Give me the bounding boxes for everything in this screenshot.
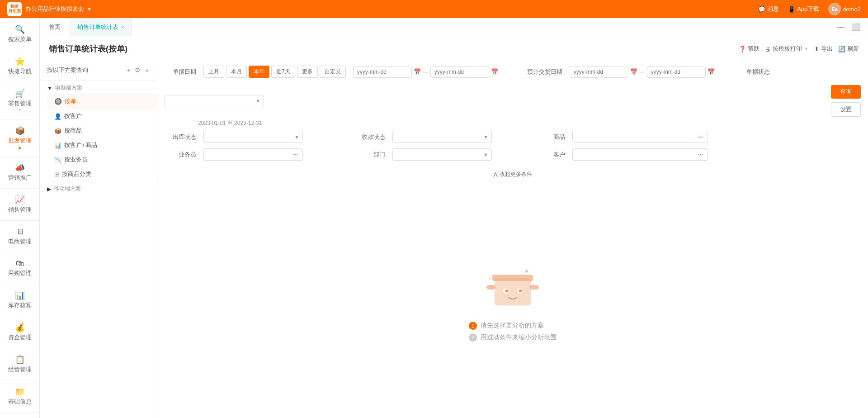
salesperson-more-icon[interactable]: ··· [293, 151, 298, 158]
expected-date-start-icon[interactable]: 📅 [630, 68, 637, 75]
user-profile[interactable]: Ea demo2 [828, 3, 861, 15]
collapse-btn[interactable]: ⋀ 收起更多条件 [493, 171, 532, 178]
folder-icon: 📁 [0, 387, 39, 397]
empty-state: ✦ ✦ 1 请先选择要分析的方案 2 [157, 183, 868, 418]
last7-btn[interactable]: 近7天 [271, 66, 295, 78]
doc-status-select[interactable] [165, 95, 264, 107]
empty-tip-2: 2 用过滤条件来缩小分析范围 [469, 333, 557, 342]
dept-select[interactable] [392, 148, 492, 161]
page-actions: ❓ 帮助 🖨 按模板打印 ▼ ⬆ 导出 🔄 [739, 45, 859, 53]
collapse-up-icon: ⋀ [493, 171, 498, 178]
sidebar-item-finance[interactable]: 💰 资金管理 [0, 316, 39, 348]
sidebar-item-label: 采购管理 [0, 269, 39, 277]
sidebar-item-retail[interactable]: 🛒 零售管理 ▼ [0, 82, 39, 119]
money-icon: 💰 [0, 323, 39, 332]
settings-scheme-btn[interactable]: ⚙ [134, 66, 142, 75]
message-btn[interactable]: 💬 消息 [758, 5, 779, 13]
home-tab[interactable]: 首页 [40, 18, 70, 36]
help-btn[interactable]: ❓ 帮助 [739, 45, 760, 53]
retail-expand-icon: ▼ [0, 108, 39, 113]
tree-item-by-customer[interactable]: 👤 按客户 [47, 109, 157, 124]
collapse-bar[interactable]: ⋀ 收起更多条件 [157, 166, 868, 183]
svg-text:✦: ✦ [524, 268, 529, 275]
last-month-btn[interactable]: 上月 [203, 66, 224, 78]
tree-item-by-category[interactable]: ⊞ 按商品分类 [47, 167, 157, 181]
minimize-btn[interactable]: — [835, 21, 846, 33]
monitor-icon: 🖥 [0, 227, 39, 237]
tree-section-mobile[interactable]: ▶ 移动端方案 [40, 181, 157, 195]
expected-date-end-icon[interactable]: 📅 [708, 68, 715, 75]
tree-expand-pc[interactable]: ▼ [47, 85, 52, 91]
expected-date-sep: — [639, 68, 645, 75]
maximize-btn[interactable]: ⬜ [850, 21, 863, 33]
sidebar-item-sales[interactable]: 📈 销售管理 [0, 189, 39, 221]
collapse-panel-btn[interactable]: « [144, 66, 150, 75]
tree-item-by-customer-goods[interactable]: 📊 按客户+商品 [47, 138, 157, 152]
tree-item-by-salesperson[interactable]: 📉 按业务员 [47, 152, 157, 167]
doc-status-label: 单据状态 [738, 68, 770, 76]
avatar: Ea [828, 3, 841, 15]
svg-rect-7 [530, 285, 539, 290]
ship-status-select[interactable] [203, 131, 303, 143]
expected-date-start[interactable] [570, 66, 628, 78]
app-download-btn[interactable]: 📱 App下载 [788, 5, 819, 13]
customer-more-icon[interactable]: ··· [698, 151, 703, 158]
filter-row-2: 出库状态 ▼ 收款状态 [165, 131, 861, 143]
order-icon: 🔘 [54, 98, 62, 105]
refresh-btn[interactable]: 🔄 刷新 [838, 45, 859, 53]
payment-status-select[interactable] [392, 131, 492, 143]
sidebar-item-purchase[interactable]: 🛍 采购管理 [0, 252, 39, 284]
goods-more-icon[interactable]: ··· [698, 133, 703, 140]
clipboard-icon: 📋 [0, 355, 39, 365]
query-btn[interactable]: 查询 [831, 85, 861, 99]
workspace-selector[interactable]: 办公用品行业模拟账套 ▼ [25, 5, 92, 13]
print-btn[interactable]: 🖨 按模板打印 ▼ [765, 45, 809, 53]
empty-svg: ✦ ✦ [486, 260, 540, 314]
sidebar-item-search[interactable]: 🔍 搜索菜单 [0, 18, 39, 50]
sidebar-item-basicinfo[interactable]: 📁 基础信息 [0, 380, 39, 413]
download-icon: 📱 [788, 6, 795, 13]
sidebar-item-label: 零售管理 [0, 100, 39, 108]
sidebar-item-marketing[interactable]: 📣 营销推广 [0, 157, 39, 189]
date-start-icon[interactable]: 📅 [414, 68, 421, 75]
refresh-icon: 🔄 [838, 46, 845, 52]
sidebar-item-label: 电商管理 [0, 238, 39, 246]
right-panel: 单据日期 上月 本月 本年 近7天 更多 自定义 [157, 60, 868, 418]
custom-date-btn[interactable]: 自定义 [320, 66, 346, 78]
tree-item-by-order[interactable]: 🔘 按单 [47, 94, 157, 109]
svg-rect-6 [486, 285, 495, 290]
this-month-btn[interactable]: 本月 [226, 66, 247, 78]
grid-icon: ⊞ [54, 171, 59, 178]
expected-date-end[interactable] [647, 66, 706, 78]
page-title: 销售订单统计表(按单) [49, 43, 127, 54]
sidebar-item-ecommerce[interactable]: 🖥 电商管理 [0, 221, 39, 252]
person-icon: 👤 [54, 113, 61, 120]
date-start-input[interactable] [353, 66, 412, 78]
box-icon: 📦 [54, 128, 61, 134]
sidebar-item-wholesale[interactable]: 📦 批发管理 ▲ [0, 119, 39, 157]
date-end-icon[interactable]: 📅 [491, 68, 498, 75]
export-btn[interactable]: ⬆ 导出 [814, 45, 833, 53]
sidebar-item-label: 营销推广 [0, 174, 39, 182]
tab-close-btn[interactable]: × [121, 24, 124, 30]
sidebar-item-label: 库存核算 [0, 301, 39, 309]
date-end-input[interactable] [430, 66, 489, 78]
add-scheme-btn[interactable]: + [126, 66, 131, 75]
tree-item-by-goods[interactable]: 📦 按商品 [47, 124, 157, 138]
this-year-btn[interactable]: 本年 [249, 66, 269, 78]
settings-btn[interactable]: 设置 [831, 102, 861, 117]
sidebar-item-label: 资金管理 [0, 333, 39, 342]
sidebar-item-inventory[interactable]: 📊 库存核算 [0, 284, 39, 316]
tree-expand-mobile[interactable]: ▶ [47, 186, 51, 192]
active-tab[interactable]: 销售订单统计表 × [70, 18, 132, 36]
page-header: 销售订单统计表(按单) ❓ 帮助 🖨 按模板打印 ▼ ⬆ [40, 36, 868, 60]
sidebar-item-management[interactable]: 📋 经营管理 [0, 348, 39, 380]
more-date-btn[interactable]: 更多 [297, 66, 318, 78]
sidebar-item-system[interactable]: ⚙ 系统管理 [0, 413, 39, 418]
scheme-tree: ▼ 电脑端方案 🔘 按单 👤 按客户 [40, 81, 157, 195]
workspace-title: 办公用品行业模拟账套 [25, 5, 84, 13]
message-icon: 💬 [758, 6, 765, 13]
chart-icon: 📈 [0, 195, 39, 205]
tip-num-1: 1 [469, 322, 477, 330]
sidebar-item-quicknav[interactable]: ⭐ 快捷导航 [0, 50, 39, 82]
